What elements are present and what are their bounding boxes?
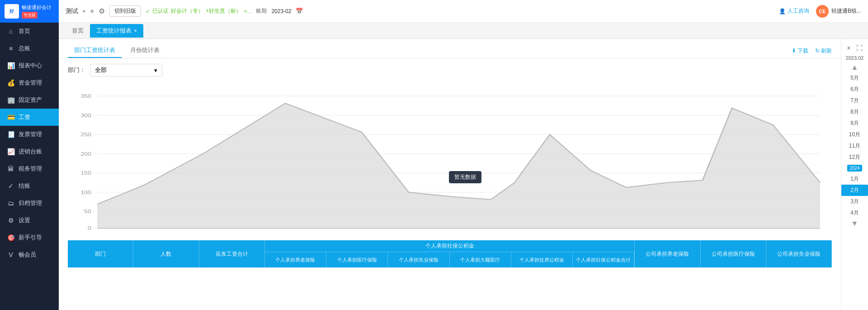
panel-month-7[interactable]: 7月	[841, 95, 868, 106]
sidebar-label-sales: 进销台账	[19, 148, 42, 156]
avatar: CE	[816, 5, 829, 18]
sidebar-label-archive: 归档管理	[19, 199, 42, 207]
sidebar-item-report-center[interactable]: 📊 报表中心	[0, 57, 59, 74]
sidebar-item-tax[interactable]: 🏛 税务管理	[0, 160, 59, 177]
panel-close-button[interactable]: ×	[845, 43, 852, 53]
chart-container: 350 300 250 200 150 100 50 0	[68, 86, 832, 240]
download-button[interactable]: ⬇ 下载	[792, 47, 808, 55]
home-icon: ⌂	[7, 28, 15, 35]
table-group-personal-insurance: 个人承担社保公积金 个人承担养老保险 个人承担医疗保险 个人承担失业保险 个人承…	[265, 240, 635, 267]
table-group-cols: 个人承担养老保险 个人承担医疗保险 个人承担失业保险 个人承担大额医疗 个人承担…	[265, 252, 635, 267]
sidebar-item-sales-ledger[interactable]: 📈 进销台账	[0, 143, 59, 160]
sidebar-item-invoice[interactable]: 🧾 发票管理	[0, 126, 59, 143]
refresh-button[interactable]: ↻ 刷新	[815, 47, 832, 55]
panel-month-11[interactable]: 11月	[841, 140, 868, 152]
sub-tabs: 部门工资统计表 月份统计表 ⬇ 下载 ↻ 刷新	[59, 39, 841, 58]
department-select[interactable]: 全部 ▾	[90, 64, 162, 76]
table-col-dept: 部门	[68, 240, 133, 267]
tab-close-button[interactable]: ×	[134, 28, 137, 34]
help-label: 人工咨询	[788, 7, 809, 15]
logo-icon: 好	[5, 4, 19, 19]
sidebar-item-general-ledger[interactable]: ≡ 总账	[0, 40, 59, 57]
fund-icon: 💰	[7, 79, 15, 86]
panel-month-9[interactable]: 9月	[841, 118, 868, 129]
switch-to-old-button[interactable]: 切到旧版	[109, 5, 141, 17]
sidebar-label-settings: 设置	[19, 216, 30, 224]
sidebar-item-guide[interactable]: 🎯 新手引导	[0, 229, 59, 246]
sub-tabs-left: 部门工资统计表 月份统计表	[68, 43, 166, 58]
avatar-text: CE	[819, 9, 826, 14]
sidebar-item-vip[interactable]: V 畅会员	[0, 246, 59, 263]
panel-date-label: 2023.02	[846, 55, 864, 61]
sidebar-label-vip: 畅会员	[19, 251, 36, 259]
panel-month-10[interactable]: 10月	[841, 129, 868, 140]
sidebar-item-fund-management[interactable]: 💰 资金管理	[0, 74, 59, 91]
bottom-table: 部门 人数 应发工资合计 个人承担社保公积金 个人承担养老保险 个人承担医疗保险…	[68, 240, 832, 267]
help-button[interactable]: 👤 人工咨询	[779, 7, 809, 15]
sidebar-item-payroll[interactable]: 💳 工资	[0, 109, 59, 126]
topbar-gear-button[interactable]: ⚙	[99, 7, 105, 15]
sales-icon: 📈	[7, 148, 15, 155]
table-sub-medical: 个人承担医疗保险	[326, 252, 388, 267]
tab-payroll-stats[interactable]: 工资统计报表 ×	[90, 24, 143, 38]
sidebar-label-payroll: 工资	[19, 113, 30, 121]
calendar-icon[interactable]: 📅	[296, 8, 303, 14]
chart-area: 350 300 250 200 150 100 50 0	[59, 82, 841, 310]
download-icon: ⬇	[792, 48, 796, 54]
user-area[interactable]: CE 轻捷通B组...	[816, 5, 861, 18]
panel-month-6[interactable]: 6月	[841, 84, 868, 95]
chart-tooltip-text: 暂无数据	[454, 174, 476, 180]
ledger-icon: ≡	[7, 45, 15, 52]
topbar-add-button[interactable]: +	[90, 7, 94, 15]
tab-home[interactable]: 首页	[66, 24, 90, 38]
sidebar-item-archive[interactable]: 🗂 归档管理	[0, 195, 59, 212]
sidebar-label-home: 首页	[19, 27, 30, 35]
topbar-dropdown-arrow[interactable]: ▾	[83, 8, 85, 14]
sidebar-label-tax: 税务管理	[19, 165, 42, 173]
sub-tab-dept[interactable]: 部门工资统计表	[68, 43, 122, 58]
sidebar-label-assets: 固定资产	[19, 96, 42, 104]
sidebar-item-home[interactable]: ⌂ 首页	[0, 23, 59, 40]
svg-text:300: 300	[80, 112, 91, 118]
svg-text:0: 0	[88, 225, 91, 231]
sidebar-label-ledger: 总账	[19, 44, 30, 52]
vip-icon: V	[7, 251, 15, 258]
chart-svg: 350 300 250 200 150 100 50 0	[68, 86, 832, 240]
good-acct-label: 好会计（专）	[171, 7, 203, 15]
panel-month-4[interactable]: 4月	[841, 207, 868, 219]
logo-text-block: 畅捷通好会计 专业版	[22, 4, 52, 18]
sidebar-item-fixed-assets[interactable]: 🏢 固定资产	[0, 91, 59, 109]
panel-expand-button[interactable]: ⛶	[854, 43, 864, 53]
report-icon: 📊	[7, 62, 15, 69]
table-group-title: 个人承担社保公积金	[265, 240, 635, 252]
panel-month-2[interactable]: 2月	[841, 185, 868, 196]
table-sub-housing-fund: 个人承担住房公积金	[511, 252, 573, 267]
assets-icon: 🏢	[7, 96, 15, 104]
panel-month-1[interactable]: 1月	[841, 173, 868, 185]
sidebar-item-settlement[interactable]: ✓ 结账	[0, 177, 59, 195]
sidebar-label-settlement: 结账	[19, 182, 30, 190]
panel-month-8[interactable]: 8月	[841, 106, 868, 118]
panel-down-arrow[interactable]: ▼	[850, 219, 859, 229]
table-col-company-pension: 公司承担养老保险	[635, 240, 700, 267]
main-tabs: 首页 工资统计报表 ×	[59, 23, 868, 39]
sidebar-item-settings[interactable]: ⚙ 设置	[0, 212, 59, 229]
svg-marker-16	[97, 103, 820, 228]
archive-icon: 🗂	[7, 200, 15, 207]
year-2024-badge[interactable]: 2024	[847, 165, 862, 172]
sub-tab-monthly[interactable]: 月份统计表	[124, 43, 166, 58]
table-sub-total-insurance: 个人承担社保公积金合计	[573, 252, 634, 267]
table-col-people: 人数	[133, 240, 199, 267]
select-arrow-icon: ▾	[154, 67, 157, 74]
panel-month-12[interactable]: 12月	[841, 152, 868, 163]
panel-up-arrow[interactable]: ▲	[850, 62, 859, 72]
content-area: 部门工资统计表 月份统计表 ⬇ 下载 ↻ 刷新	[59, 39, 868, 310]
svg-text:350: 350	[80, 93, 91, 99]
business-label: +好生意（标）	[206, 7, 241, 15]
department-value: 全部	[95, 66, 107, 74]
panel-month-3[interactable]: 3月	[841, 196, 868, 207]
sidebar: 好 畅捷通好会计 专业版 ⌂ 首页 ≡ 总账 📊 报表中心 💰 资金管理 🏢 固…	[0, 0, 59, 310]
svg-text:200: 200	[80, 151, 91, 157]
more-label: +...	[244, 8, 251, 14]
panel-month-5[interactable]: 5月	[841, 72, 868, 84]
